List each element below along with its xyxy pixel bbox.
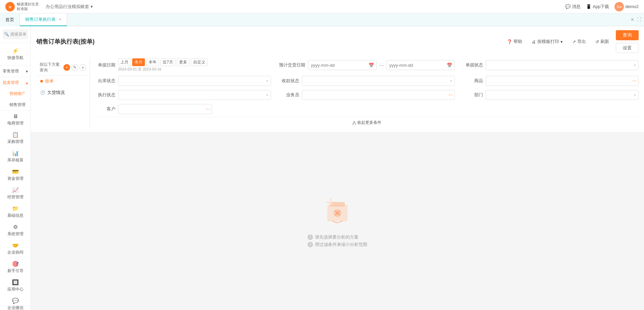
sidebar-item-purchase[interactable]: 📋 采购管理 xyxy=(0,129,31,147)
logo-icon: 好 xyxy=(5,2,15,11)
sidebar-item-marketing[interactable]: 营销推广 xyxy=(0,88,31,99)
active-dot-icon xyxy=(40,80,43,83)
query-button[interactable]: 查询 xyxy=(616,30,639,40)
quick-nav-section: ⚡ 快捷导航 xyxy=(0,43,31,66)
newbie-icon: 🎯 xyxy=(12,261,19,267)
sidebar-item-inventory[interactable]: 📊 库存核算 xyxy=(0,147,31,166)
header-left: 好 畅捷通好生意 标准版 办公用品行业模拟账套 ▾ xyxy=(5,2,93,11)
sidebar-item-newbie[interactable]: 🎯 新手引导 xyxy=(0,258,31,276)
date-dash: — xyxy=(379,63,384,68)
dept-select[interactable] xyxy=(486,90,639,100)
left-panel-item-order[interactable]: 按单 xyxy=(36,75,90,87)
message-button[interactable]: 💬 消息 xyxy=(565,4,581,10)
ecommerce-icon: 🖥 xyxy=(13,113,18,119)
sidebar-item-wechat[interactable]: 💬 企业微信 xyxy=(0,295,31,310)
date-btn-row: 上月 本月 本年 近7天 更多 自定义 xyxy=(118,58,271,66)
expected-date-end-input[interactable] xyxy=(386,60,455,70)
app-download-button[interactable]: 📱 App下载 xyxy=(586,4,609,10)
sidebar-item-enterprise[interactable]: 🤝 企业协同 xyxy=(0,240,31,258)
sidebar-item-appstore[interactable]: 🔲 应用中心 xyxy=(0,276,31,295)
exec-status-select[interactable] xyxy=(118,90,271,100)
date-btn-more[interactable]: 更多 xyxy=(177,58,190,66)
date-btn-last7[interactable]: 近7天 xyxy=(160,58,175,66)
receipt-status-control: ▾ xyxy=(302,76,455,86)
sidebar-item-ecommerce[interactable]: 🖥 电商管理 xyxy=(0,111,31,129)
help-button[interactable]: ❓ 帮助 xyxy=(504,37,525,46)
help-icon: ❓ xyxy=(507,39,512,44)
left-panel-header: 按以下方案查询 + ✎ « xyxy=(36,58,90,75)
expected-date-range: 📅 — 📅 xyxy=(308,60,455,70)
sidebar-item-system[interactable]: ⚙ 系统管理 xyxy=(0,221,31,240)
user-menu[interactable]: Ea demo2 xyxy=(614,2,639,11)
sidebar-item-operation[interactable]: 📈 经营管理 xyxy=(0,184,31,203)
filter-field-receipt-status: 收款状态 ▾ xyxy=(279,76,455,86)
collapse-row: ⋀ 收起更多条件 xyxy=(95,117,639,128)
out-status-select[interactable] xyxy=(118,76,271,86)
doc-status-select[interactable] xyxy=(486,60,639,70)
wholesale-label: 批发管理 xyxy=(3,80,19,86)
window-close-icon[interactable]: ✕ xyxy=(631,17,634,22)
tab-home[interactable]: 首页 xyxy=(0,13,20,26)
refresh-button[interactable]: ↺ 刷新 xyxy=(593,37,612,46)
collapse-panel-button[interactable]: « xyxy=(79,64,86,71)
settings-button[interactable]: 设置 xyxy=(616,43,639,53)
chevron-up-icon: ⋀ xyxy=(353,120,356,125)
expected-date-start-input[interactable] xyxy=(308,60,377,70)
empty-hint-1: 1 请先选择要分析的方案 xyxy=(308,234,367,241)
receipt-status-select[interactable] xyxy=(302,76,455,86)
date-btn-this-year[interactable]: 本年 xyxy=(146,58,159,66)
window-expand-icon[interactable]: ⛶ xyxy=(637,17,641,22)
product-input[interactable] xyxy=(486,76,639,86)
hint-num-1: 1 xyxy=(308,235,313,240)
sidebar-item-sales[interactable]: 销售管理 xyxy=(0,99,31,110)
salesperson-input[interactable] xyxy=(302,90,455,100)
customer-control: ··· xyxy=(118,104,212,114)
page-title-row: 销售订单执行表(按单) ❓ 帮助 🖨 按模板打印 ▾ ↗ 导出 xyxy=(36,30,639,53)
operation-icon: 📈 xyxy=(12,187,19,193)
edit-scheme-button[interactable]: ✎ xyxy=(71,64,78,71)
print-arrow-icon: ▾ xyxy=(560,39,563,44)
dept-control: ▾ xyxy=(486,90,639,100)
svg-text:好: 好 xyxy=(8,6,12,9)
search-menu-button[interactable]: 🔍 搜索菜单 xyxy=(3,30,28,39)
sub-content: 销售订单执行表(按单) ❓ 帮助 🖨 按模板打印 ▾ ↗ 导出 xyxy=(31,26,644,310)
breadcrumb[interactable]: 办公用品行业模拟账套 ▾ xyxy=(46,4,93,10)
chevron-down-icon: ▾ xyxy=(26,69,28,74)
refresh-icon: ↺ xyxy=(595,39,599,44)
message-icon: 💬 xyxy=(565,4,571,9)
download-icon: 📱 xyxy=(586,4,591,9)
left-panel-item-debt[interactable]: 🕐 欠货情况 xyxy=(36,87,90,98)
date-btn-this-month[interactable]: 本月 xyxy=(132,58,145,66)
collapse-button[interactable]: ⋀ 收起更多条件 xyxy=(353,120,381,125)
wechat-icon: 💬 xyxy=(12,298,19,304)
date-btn-custom[interactable]: 自定义 xyxy=(191,58,208,66)
calendar-end-icon: 📅 xyxy=(447,63,452,68)
product-more-icon[interactable]: ··· xyxy=(632,78,637,84)
tab-sales-exec[interactable]: 销售订单执行表 × xyxy=(20,13,67,26)
export-button[interactable]: ↗ 导出 xyxy=(570,37,589,46)
sidebar-item-finance[interactable]: 💳 资金管理 xyxy=(0,166,31,184)
sidebar-item-quicknav[interactable]: ⚡ 快捷导航 xyxy=(0,45,31,63)
header-right: 💬 消息 📱 App下载 Ea demo2 xyxy=(565,2,639,11)
print-button[interactable]: 🖨 按模板打印 ▾ xyxy=(529,37,566,46)
date-btn-last-month[interactable]: 上月 xyxy=(118,58,131,66)
sidebar-item-retail[interactable]: 零售管理 ▾ xyxy=(0,66,31,77)
customer-input[interactable] xyxy=(118,104,212,114)
export-icon: ↗ xyxy=(572,39,576,44)
salesperson-more-icon[interactable]: ··· xyxy=(448,92,453,98)
tab-close-icon[interactable]: × xyxy=(59,17,61,22)
retail-label: 零售管理 xyxy=(3,68,19,74)
page-actions: ❓ 帮助 🖨 按模板打印 ▾ ↗ 导出 ↺ 刷新 xyxy=(504,30,639,53)
sidebar-search-area: 🔍 搜索菜单 xyxy=(0,26,31,43)
svg-point-7 xyxy=(329,201,333,205)
filter-form: 单据日期 上月 本月 本年 近7天 更多 自定义 20 xyxy=(90,58,639,128)
out-status-control: ▾ xyxy=(118,76,271,86)
filter-field-exec-status: 执行状态 ▾ xyxy=(95,90,271,100)
filter-row-1: 单据日期 上月 本月 本年 近7天 更多 自定义 20 xyxy=(95,58,639,72)
filter-split: 按以下方案查询 + ✎ « 按单 🕐 欠货情况 xyxy=(36,58,639,128)
customer-more-icon[interactable]: ··· xyxy=(206,106,210,112)
sidebar-item-wholesale[interactable]: 批发管理 ▴ xyxy=(0,77,31,88)
exec-status-control: ▾ xyxy=(118,90,271,100)
sidebar-item-basic[interactable]: 📁 基础信息 xyxy=(0,203,31,221)
add-scheme-button[interactable]: + xyxy=(63,64,70,71)
